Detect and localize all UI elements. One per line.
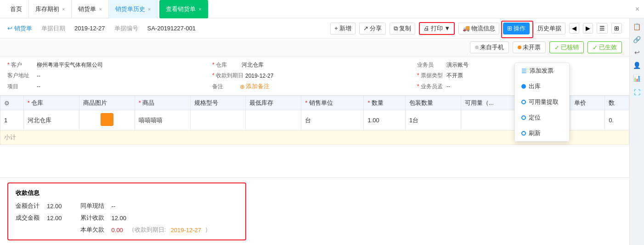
payment-col-2: 同单现结 -- 累计收款 12.00 本单欠款 0.00 （收款到期日: 201… (80, 202, 211, 234)
tab-sales-history-label: 销货单历史 (115, 5, 145, 13)
print-label: 打印 (431, 24, 443, 33)
staff-label: 业务员 (417, 61, 445, 69)
tab-view-sales-close[interactable]: × (198, 6, 201, 12)
logistics-button[interactable]: 🚚 物流信息 (458, 23, 499, 34)
row-product: 嘻嘻嘻嘻 (135, 110, 190, 131)
sidebar-icon-2[interactable]: 🔗 (633, 36, 641, 43)
effective-button[interactable]: ✓ 已生效 (588, 41, 622, 53)
cumulative-row: 累计收款 12.00 (80, 214, 211, 222)
row-num: 0. (605, 110, 629, 131)
due-date-value: 2019-12-27 (170, 227, 201, 234)
right-sidebar: 📋 🔗 ↩ 👤 📊 ⛶ (629, 18, 644, 245)
project-value: -- (37, 83, 40, 90)
add-invoice-icon: ☰ (521, 68, 527, 74)
meta-date-value: 2019-12-27 (74, 25, 105, 32)
dropdown-outbound[interactable]: 出库 (515, 79, 569, 94)
tab-inventory-init-close[interactable]: × (62, 6, 65, 12)
col-pack-qty: 包装数量 (406, 96, 461, 110)
tab-view-sales-label: 查看销货单 (166, 5, 196, 13)
payment-rows: 金额合计 12.00 成交金额 12.00 同单现结 -- (16, 202, 238, 234)
check-button[interactable]: ✓ 已核销 (549, 41, 584, 53)
col-warehouse: 仓库 (23, 96, 79, 110)
not-open-dot (518, 46, 521, 49)
sidebar-icon-6[interactable]: ⛶ (633, 87, 642, 97)
trade-amount-row: 成交金额 12.00 (16, 214, 62, 222)
warehouse-field: 仓库 河北仓库 (212, 61, 417, 69)
tab-inventory-init[interactable]: 库存期初 × (29, 0, 72, 18)
bottom-panel: 收款信息 金额合计 12.00 成交金额 12.00 (0, 177, 629, 245)
payment-date-field: 收款到期日 2019-12-27 (212, 72, 417, 80)
address-label: 客户地址 (7, 72, 35, 80)
sidebar-icon-5[interactable]: 📊 (633, 74, 641, 82)
from-phone-label: 来自手机 (480, 43, 504, 51)
window-close-button[interactable]: × (635, 5, 639, 13)
col-settings[interactable]: ⚙ (0, 96, 24, 110)
toolbar: + 新增 ↗ 分享 ⧉ 复制 🖨 打印 ▼ 🚚 物流信息 (330, 22, 622, 35)
copy-button[interactable]: ⧉ 复制 (390, 23, 415, 34)
same-order-row: 同单现结 -- (80, 202, 211, 210)
prev-button[interactable]: ◀ (569, 23, 579, 34)
history-button[interactable]: 历史单据 (533, 23, 565, 34)
row-warehouse: 河北仓库 (23, 110, 79, 131)
share-button[interactable]: ↗ 分享 (359, 23, 386, 34)
logistics-label: 物流信息 (471, 24, 495, 33)
note-field: 备注 ⊕ 添加备注 (212, 82, 417, 91)
tab-sales-order-close[interactable]: × (99, 6, 102, 12)
new-button[interactable]: + 新增 (330, 23, 356, 34)
settings-icon[interactable]: ⚙ (4, 100, 10, 107)
meta-no-label: 单据编号 (114, 24, 138, 33)
share-label: 分享 (370, 24, 382, 33)
tab-sales-history-close[interactable]: × (148, 6, 151, 12)
not-open-label: 未开票 (523, 43, 541, 51)
project-label: 项目 (7, 83, 35, 91)
check-icon: ✓ (554, 44, 559, 51)
next-button[interactable]: ▶ (583, 23, 593, 34)
row-qty: 1.00 (364, 110, 406, 131)
effective-icon: ✓ (593, 44, 598, 51)
sidebar-icon-1[interactable]: 📋 (633, 23, 641, 30)
not-open-button[interactable]: 未开票 (513, 41, 546, 53)
locate-icon (521, 115, 526, 120)
dropdown-menu: ☰ 添加发票 出库 可用量提取 定位 刷新 (514, 63, 570, 142)
customer-label: 客户 (7, 61, 35, 69)
doc-header: ↩ 销货单 单据日期 2019-12-27 单据编号 SA-20191227-0… (0, 18, 629, 39)
address-value: -- (37, 73, 40, 79)
doc-meta: 单据日期 2019-12-27 单据编号 SA-20191227-001 (41, 24, 330, 33)
op-label: 操作 (514, 24, 525, 33)
print-button[interactable]: 🖨 打印 ▼ (419, 22, 455, 35)
col-min-stock: 最低库存 (246, 96, 301, 110)
due-date-suffix: ） (205, 226, 211, 234)
payment-title: 收款信息 (16, 189, 238, 197)
dropdown-add-invoice[interactable]: ☰ 添加发票 (515, 63, 569, 79)
add-invoice-label: 添加发票 (530, 67, 554, 75)
share-icon: ↗ (363, 25, 368, 32)
sidebar-icon-4[interactable]: 👤 (633, 62, 641, 69)
add-note-icon: ⊕ (240, 83, 245, 90)
op-icon: ⊞ (507, 25, 512, 32)
tab-home[interactable]: 首页 (4, 0, 29, 18)
dropdown-refresh[interactable]: 刷新 (515, 125, 569, 141)
row-img (79, 110, 135, 131)
doc-title-icon: ↩ (7, 25, 12, 32)
sidebar-icon-3[interactable]: ↩ (634, 49, 640, 56)
op-button[interactable]: ⊞ 操作 (503, 23, 530, 34)
trade-amount-label: 成交金额 (16, 214, 43, 222)
tab-view-sales[interactable]: 查看销货单 × (159, 0, 208, 18)
grid-view-button[interactable]: ⊞ (611, 23, 622, 34)
dropdown-qty-fetch[interactable]: 可用量提取 (515, 94, 569, 110)
from-phone-button[interactable]: 来自手机 (470, 41, 509, 53)
refresh-label: 刷新 (529, 129, 541, 137)
add-note-button[interactable]: ⊕ 添加备注 (240, 82, 270, 91)
list-view-button[interactable]: ☰ (597, 23, 608, 34)
trade-amount-value: 12.00 (47, 215, 62, 222)
tab-sales-history[interactable]: 销货单历史 × (109, 0, 158, 18)
dropdown-locate[interactable]: 定位 (515, 110, 569, 125)
row-spec (190, 110, 246, 131)
meta-date-label: 单据日期 (41, 24, 65, 33)
row-pack-qty: 1台 (406, 110, 461, 131)
tab-sales-order[interactable]: 销货单 × (72, 0, 108, 18)
warehouse-label: 仓库 (212, 61, 240, 69)
col-img: 商品图片 (79, 96, 135, 110)
history-label: 历史单据 (537, 24, 561, 33)
address-field: 客户地址 -- (7, 72, 212, 80)
